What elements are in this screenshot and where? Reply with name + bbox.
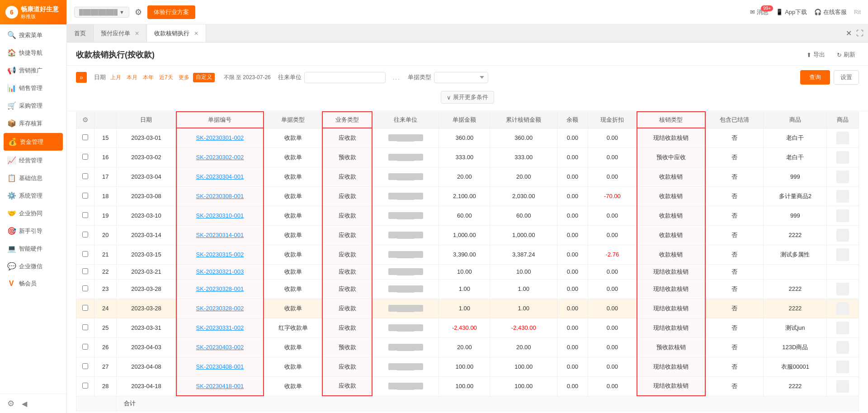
finance-icon: 💰 <box>8 138 16 146</box>
row-checkbox-input[interactable] <box>82 268 88 274</box>
row-cash-discount: 0.00 <box>588 279 637 299</box>
partner-label: 往来单位 <box>278 73 302 81</box>
sidebar-item-guide[interactable]: 🎯 新手引导 <box>0 222 66 240</box>
row-checkbox-input[interactable] <box>82 154 88 160</box>
settings-button[interactable]: 设置 <box>834 70 859 85</box>
expand-more-button[interactable]: ∨ 展开更多条件 <box>441 91 494 104</box>
row-checkbox[interactable] <box>76 186 94 206</box>
row-doc-no[interactable]: SK-20230314-001 <box>176 225 264 245</box>
col-gear[interactable]: ⚙ <box>76 112 94 128</box>
query-button[interactable]: 查询 <box>800 70 830 85</box>
row-balance: 0.00 <box>557 206 588 225</box>
system-icon: ⚙️ <box>7 191 15 200</box>
tab-close-all-icon[interactable]: ✕ <box>846 29 852 38</box>
sidebar-item-finance[interactable]: 💰 资金管理 <box>4 133 63 151</box>
date-custom-btn[interactable]: 自定义 <box>193 73 215 82</box>
row-checkbox[interactable] <box>76 279 94 299</box>
row-checkbox[interactable] <box>76 245 94 264</box>
row-checkbox-input[interactable] <box>82 305 88 311</box>
row-doc-no[interactable]: SK-20230328-001 <box>176 279 264 299</box>
export-button[interactable]: ⬆ 导出 <box>803 49 829 61</box>
sidebar-item-wechat[interactable]: 💬 企业微信 <box>0 257 66 275</box>
tab-close-collection[interactable]: ✕ <box>194 30 198 37</box>
row-checkbox-input[interactable] <box>82 134 88 140</box>
row-doc-no[interactable]: SK-20230301-002 <box>176 128 264 147</box>
sidebar-item-hardware[interactable]: 💻 智能硬件 <box>0 240 66 257</box>
row-amount: 20.00 <box>439 167 490 186</box>
sidebar-item-enterprise[interactable]: 🤝 企业协同 <box>0 204 66 222</box>
tab-collection[interactable]: 收款核销执行 ✕ <box>147 24 206 42</box>
message-button[interactable]: ✉ 消息 99+ <box>750 8 769 16</box>
date-shortcut-this-year[interactable]: 本年 <box>141 73 156 82</box>
sidebar-item-basic[interactable]: 📋 基础信息 <box>0 169 66 187</box>
settings-gear-icon[interactable]: ⚙ <box>135 7 142 17</box>
col-partner: 往来单位 <box>372 112 439 128</box>
date-shortcut-this-month[interactable]: 本月 <box>125 73 139 82</box>
settings-icon[interactable]: ⚙ <box>7 399 14 408</box>
row-checkbox[interactable] <box>76 128 94 147</box>
sidebar-item-search[interactable]: 🔍 搜索菜单 <box>0 26 66 44</box>
company-select[interactable]: ██████████ ▼ <box>74 7 129 18</box>
date-shortcut-prev-month[interactable]: 上月 <box>108 73 123 82</box>
date-shortcut-more[interactable]: 更多 <box>177 73 191 82</box>
row-checkbox[interactable] <box>76 318 94 337</box>
tab-prepay[interactable]: 预付应付单 ✕ <box>94 24 147 42</box>
online-service-link[interactable]: 🎧 在线客服 <box>814 8 847 16</box>
date-shortcut-7days[interactable]: 近7天 <box>157 73 175 82</box>
row-checkbox[interactable] <box>76 337 94 357</box>
row-checkbox[interactable] <box>76 167 94 186</box>
row-checkbox-input[interactable] <box>82 383 88 389</box>
sidebar-item-sales[interactable]: 📊 销售管理 <box>0 79 66 97</box>
sidebar-item-member[interactable]: V 畅会员 <box>0 275 66 292</box>
row-doc-no[interactable]: SK-20230408-001 <box>176 357 264 376</box>
row-partner: ████ <box>372 337 439 357</box>
row-doc-no[interactable]: SK-20230310-001 <box>176 206 264 225</box>
table-header-row: ⚙ 日期 单据编号 单据类型 业务类型 往来单位 单据金额 累计核销金额 余额 … <box>76 112 859 128</box>
user-profile[interactable]: Rit <box>854 9 861 15</box>
tab-close-prepay[interactable]: ✕ <box>135 30 139 37</box>
row-checkbox-input[interactable] <box>82 285 88 291</box>
sidebar-item-purchase[interactable]: 🛒 采购管理 <box>0 97 66 114</box>
row-doc-no[interactable]: SK-20230403-002 <box>176 337 264 357</box>
row-doc-no[interactable]: SK-20230304-001 <box>176 167 264 186</box>
row-checkbox[interactable] <box>76 147 94 167</box>
sidebar-item-inventory[interactable]: 📦 库存核算 <box>0 114 66 132</box>
row-doc-no[interactable]: SK-20230418-001 <box>176 376 264 396</box>
sidebar-item-system[interactable]: ⚙️ 系统管理 <box>0 187 66 204</box>
row-checkbox-input[interactable] <box>82 193 88 199</box>
filter-toggle-button[interactable]: » <box>76 72 87 83</box>
row-partner: ████ <box>372 186 439 206</box>
app-download-link[interactable]: 📱 App下载 <box>776 8 807 16</box>
row-checkbox[interactable] <box>76 299 94 318</box>
tab-home[interactable]: 首页 <box>67 24 94 42</box>
sidebar-item-marketing[interactable]: 📢 营销推广 <box>0 62 66 79</box>
row-doc-no[interactable]: SK-20230315-002 <box>176 245 264 264</box>
row-index: 21 <box>94 245 117 264</box>
row-doc-no[interactable]: SK-20230328-002 <box>176 299 264 318</box>
row-checkbox-input[interactable] <box>82 344 88 350</box>
row-checkbox[interactable] <box>76 206 94 225</box>
row-doc-no[interactable]: SK-20230331-002 <box>176 318 264 337</box>
sidebar-item-operation[interactable]: 📈 经营管理 <box>0 152 66 169</box>
solution-button[interactable]: 体验行业方案 <box>147 5 195 19</box>
col-doc-type: 单据类型 <box>264 112 322 128</box>
tab-maximize-icon[interactable]: ⛶ <box>856 29 863 38</box>
row-doc-no[interactable]: SK-20230302-002 <box>176 147 264 167</box>
row-checkbox[interactable] <box>76 357 94 376</box>
row-checkbox[interactable] <box>76 376 94 396</box>
row-doc-no[interactable]: SK-20230308-001 <box>176 186 264 206</box>
row-checkbox-input[interactable] <box>82 232 88 237</box>
row-checkbox-input[interactable] <box>82 173 88 179</box>
row-checkbox[interactable] <box>76 225 94 245</box>
row-checkbox-input[interactable] <box>82 251 88 257</box>
row-doc-no[interactable]: SK-20230321-003 <box>176 264 264 279</box>
collapse-icon[interactable]: ◀ <box>22 399 27 408</box>
sidebar-item-shortcut[interactable]: 🏠 快捷导航 <box>0 44 66 62</box>
row-checkbox-input[interactable] <box>82 363 88 369</box>
doc-type-select[interactable] <box>434 72 488 83</box>
partner-input[interactable] <box>304 72 386 83</box>
row-checkbox-input[interactable] <box>82 212 88 218</box>
row-checkbox[interactable] <box>76 264 94 279</box>
refresh-button[interactable]: ↻ 刷新 <box>833 49 859 61</box>
row-checkbox-input[interactable] <box>82 324 88 330</box>
